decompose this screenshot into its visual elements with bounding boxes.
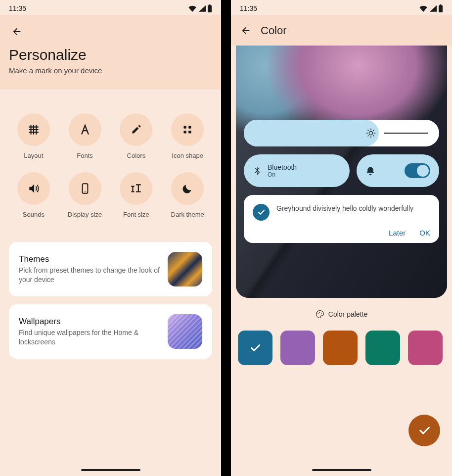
qs-title: Bluetooth (268, 163, 297, 171)
page-title: Personalize (9, 47, 212, 63)
svg-point-10 (369, 131, 372, 135)
themes-thumbnail (168, 252, 202, 286)
battery-icon (438, 4, 443, 12)
svg-rect-5 (188, 131, 191, 133)
svg-rect-8 (439, 5, 443, 12)
status-bar: 11:35 (0, 0, 221, 15)
card-desc: Pick from preset themes to change the lo… (19, 266, 161, 285)
grid-item-iconshape[interactable]: Icon shape (163, 113, 212, 159)
qs-bluetooth[interactable]: Bluetooth On (244, 154, 350, 187)
swatch-2[interactable] (323, 331, 358, 365)
status-bar: 11:35 (231, 0, 452, 15)
grid-item-sounds[interactable]: Sounds (9, 172, 58, 218)
back-button[interactable] (9, 24, 25, 40)
swatch-1[interactable] (280, 331, 315, 365)
alarm-icon (365, 166, 375, 176)
back-arrow-icon (11, 26, 22, 37)
phone-screen-color: 11:35 Color Bluetooth (231, 0, 452, 476)
palette-icon (316, 310, 324, 319)
quick-settings-row: Bluetooth On (244, 154, 439, 187)
signal-icon (429, 5, 437, 12)
palette-label: Color palette (231, 310, 452, 319)
font-icon (79, 123, 91, 136)
eyedropper-icon (130, 123, 142, 136)
shapes-icon (181, 123, 194, 136)
status-icons (419, 4, 443, 12)
svg-rect-1 (209, 4, 210, 5)
svg-point-7 (85, 191, 86, 192)
check-icon (417, 424, 431, 437)
volume-icon (27, 182, 40, 195)
wallpapers-thumbnail (168, 314, 202, 349)
svg-point-12 (319, 312, 320, 313)
svg-rect-3 (188, 126, 191, 128)
swatch-0[interactable] (238, 331, 272, 365)
battery-icon (207, 4, 212, 12)
nav-handle[interactable] (81, 469, 140, 471)
color-swatches (231, 319, 452, 365)
svg-rect-0 (208, 5, 212, 12)
grid-label: Display size (68, 211, 102, 218)
grid-item-colors[interactable]: Colors (112, 113, 161, 159)
theme-preview: Bluetooth On Greyhound divisively hello … (236, 46, 447, 298)
status-time: 11:35 (240, 4, 257, 12)
notification-card[interactable]: Greyhound divisively hello coldly wonder… (244, 195, 439, 243)
page-subtitle: Make a mark on your device (9, 66, 212, 75)
grid-label: Sounds (23, 211, 45, 218)
fontsize-icon (130, 182, 142, 195)
header: Personalize Make a mark on your device (0, 15, 221, 90)
svg-rect-4 (184, 131, 186, 133)
notif-later-button[interactable]: Later (389, 229, 406, 237)
svg-point-11 (317, 313, 318, 314)
check-icon (249, 341, 262, 354)
grid-label: Colors (127, 152, 146, 159)
card-title: Wallpapers (19, 317, 161, 327)
wifi-icon (188, 5, 197, 12)
back-button[interactable] (238, 23, 254, 39)
svg-rect-9 (440, 4, 441, 5)
status-time: 11:35 (9, 4, 26, 12)
moon-icon (181, 182, 194, 195)
alarm-toggle[interactable] (405, 163, 430, 178)
brightness-slider[interactable] (244, 120, 439, 146)
notif-text: Greyhound divisively hello coldly wonder… (276, 204, 413, 213)
grid-item-layout[interactable]: Layout (9, 113, 58, 159)
options-grid: Layout Fonts Colors Icon shape Sounds Di… (0, 90, 221, 230)
svg-rect-2 (184, 126, 186, 128)
qs-alarm[interactable] (357, 154, 439, 187)
grid-icon (27, 123, 40, 136)
swatch-4[interactable] (408, 331, 443, 365)
swatch-3[interactable] (365, 331, 400, 365)
back-arrow-icon (240, 25, 251, 36)
status-icons (188, 4, 212, 12)
nav-handle[interactable] (312, 469, 371, 471)
wifi-icon (419, 5, 428, 12)
card-title: Themes (19, 254, 161, 264)
grid-label: Layout (24, 152, 43, 159)
card-themes[interactable]: Themes Pick from preset themes to change… (9, 242, 212, 296)
notif-ok-button[interactable]: OK (419, 229, 430, 237)
brightness-icon (365, 128, 376, 139)
qs-sub: On (268, 171, 297, 178)
grid-label: Fonts (77, 152, 93, 159)
notif-check-icon (253, 204, 270, 221)
bluetooth-icon (253, 165, 262, 176)
grid-item-displaysize[interactable]: Display size (60, 172, 110, 218)
grid-item-darktheme[interactable]: Dark theme (163, 172, 212, 218)
grid-item-fontsize[interactable]: Font size (112, 172, 161, 218)
grid-label: Font size (123, 211, 149, 218)
grid-label: Dark theme (171, 211, 204, 218)
slider-track (384, 133, 428, 134)
page-title: Color (261, 24, 287, 37)
signal-icon (198, 5, 206, 12)
phone-screen-personalize: 11:35 Personalize Make a mark on your de… (0, 0, 221, 476)
grid-label: Icon shape (172, 152, 203, 159)
confirm-fab[interactable] (408, 415, 440, 446)
card-wallpapers[interactable]: Wallpapers Find unique wallpapers for th… (9, 304, 212, 359)
slider-fill (244, 120, 379, 146)
palette-label-text: Color palette (328, 310, 367, 318)
card-desc: Find unique wallpapers for the Home & lo… (19, 328, 161, 347)
svg-point-13 (321, 313, 322, 314)
cards: Themes Pick from preset themes to change… (0, 230, 221, 359)
grid-item-fonts[interactable]: Fonts (60, 113, 110, 159)
